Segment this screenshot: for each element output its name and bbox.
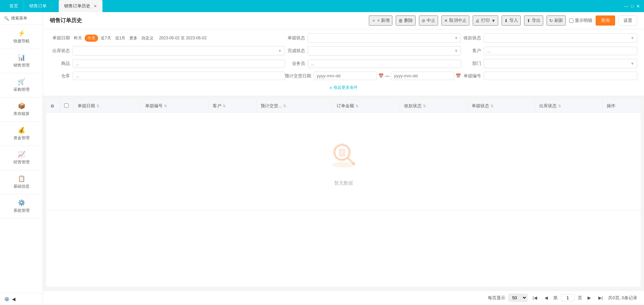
department-select[interactable]: ▼ — [484, 59, 637, 68]
th-doc-date[interactable]: 单据日期 ⇅ — [73, 100, 141, 113]
refresh-btn[interactable]: ↻ 刷新 — [547, 15, 566, 26]
customer-input[interactable] — [484, 47, 637, 55]
warehouse-input[interactable] — [73, 72, 285, 80]
window-actions: — □ ✕ — [624, 4, 640, 9]
sort-doc-status-icon: ⇅ — [490, 104, 493, 108]
delivery-date-end-input[interactable] — [391, 72, 454, 80]
th-settings[interactable]: ⚙ — [46, 100, 60, 113]
filter-row-4: 仓库 预计交货日期 📅 — 📅 单据编号 — [50, 72, 637, 80]
close-btn[interactable]: ✕ — [636, 4, 640, 9]
filter-row-3: 商品 业务员 部门 ▼ — [50, 59, 637, 68]
filter-settings-btn[interactable]: 设置 — [618, 15, 637, 26]
sidebar-item-system-mgmt[interactable]: ⚙️ 系统管理 — [0, 194, 43, 219]
maximize-btn[interactable]: □ — [631, 4, 634, 9]
doc-number-label: 单据编号 — [461, 73, 481, 79]
payment-status-select[interactable]: ▼ — [484, 33, 637, 43]
doc-status-select[interactable]: ▼ — [308, 33, 461, 43]
sort-doc-number-icon: ⇅ — [164, 104, 167, 108]
new-btn[interactable]: ＋ + 新增 — [369, 15, 392, 26]
product-input[interactable] — [73, 60, 285, 68]
empty-state-cell: 暂无数据 — [46, 113, 641, 210]
doc-status-label: 单据状态 — [285, 35, 305, 41]
collapse-more-btn[interactable]: ∧ 收起更多条件 — [50, 83, 637, 92]
sidebar-item-purchase-mgmt[interactable]: 🛒 采购管理 — [0, 73, 43, 98]
search-icon: 🔍 — [4, 16, 9, 21]
sidebar-item-basic-info[interactable]: 📋 基础信息 — [0, 170, 43, 194]
last1month-btn[interactable]: 近1月 — [114, 35, 127, 42]
system-mgmt-icon: ⚙️ — [18, 199, 25, 206]
header-actions: ＋ + 新增 🗑 删除 ⊘ 中止 ✕ 取消中止 🖨 打印 — [369, 15, 637, 26]
th-delivery-date[interactable]: 预计交货... ⇅ — [257, 100, 332, 113]
per-page-select[interactable]: 50 10 20 100 — [509, 294, 527, 302]
sidebar-footer: ⚙️ ◀ — [0, 293, 43, 305]
next-page-btn[interactable]: ▶ — [586, 295, 593, 301]
completion-status-select[interactable]: ▼ — [308, 46, 461, 55]
import-btn[interactable]: ⬇ 导入 — [502, 15, 521, 26]
tab-sales-order[interactable]: 销售订单 ✕ — [24, 0, 59, 12]
doc-number-input[interactable] — [484, 72, 637, 80]
filter-area: 单据日期 昨天 今天 近7天 近1月 更多 自定义 2023-06-02 至 2… — [43, 29, 644, 96]
tab-sales-order-close[interactable]: ✕ — [50, 4, 53, 8]
stop-btn[interactable]: ⊘ 中止 — [419, 15, 438, 26]
sort-delivery-date-icon: ⇅ — [283, 104, 286, 108]
svg-point-5 — [352, 162, 355, 165]
th-outbound-status[interactable]: 出库状态 ⇅ — [535, 100, 603, 113]
date-label: 单据日期 — [50, 35, 70, 41]
custom-date-btn[interactable]: 自定义 — [140, 35, 155, 42]
sidebar-item-sales-mgmt[interactable]: 📊 销售管理 — [0, 49, 43, 73]
sidebar-collapse-icon[interactable]: ◀ — [12, 297, 15, 302]
delivery-date-start-input[interactable] — [314, 72, 377, 80]
more-date-btn[interactable]: 更多 — [128, 35, 139, 42]
calendar-end-icon[interactable]: 📅 — [456, 73, 461, 78]
yesterday-btn[interactable]: 昨天 — [73, 35, 83, 42]
print-btn[interactable]: 🖨 打印 ▼ — [473, 15, 498, 26]
prev-page-btn[interactable]: ◀ — [543, 295, 550, 301]
sidebar-settings-icon[interactable]: ⚙️ — [4, 297, 9, 302]
minimize-btn[interactable]: — — [624, 4, 628, 9]
sidebar-search[interactable]: 🔍 搜索菜单 — [0, 12, 43, 25]
last7-btn[interactable]: 近7天 — [99, 35, 113, 42]
sort-order-amount-icon: ⇅ — [355, 104, 358, 108]
outbound-status-select[interactable]: ▼ — [73, 46, 285, 55]
th-checkbox[interactable] — [60, 100, 73, 113]
tab-sales-order-history-close[interactable]: ✕ — [94, 4, 97, 8]
page-header: 销售订单历史 ＋ + 新增 🗑 删除 ⊘ 中止 ✕ 取消中止 — [43, 12, 644, 29]
th-customer[interactable]: 客户 ⇅ — [208, 100, 256, 113]
show-detail-checkbox-label[interactable]: 显示明细 — [569, 17, 592, 24]
new-icon: ＋ — [372, 17, 376, 24]
th-doc-status[interactable]: 单据状态 ⇅ — [468, 100, 535, 113]
date-range-display: 2023-06-02 至 2023-06-02 — [159, 35, 206, 41]
calendar-start-icon[interactable]: 📅 — [378, 73, 384, 78]
customer-label: 客户 — [461, 48, 481, 54]
sidebar-item-finance[interactable]: 💰 资金管理 — [0, 122, 43, 146]
sidebar-item-operations[interactable]: 📈 经营管理 — [0, 146, 43, 170]
export-btn[interactable]: ⬆ 导出 — [524, 15, 543, 26]
page-label-end: 页 — [578, 295, 582, 301]
sidebar: 🔍 搜索菜单 ⚡ 快捷导航 📊 销售管理 🛒 采购管理 📦 库存核算 💰 资金管… — [0, 12, 43, 305]
th-payment-status[interactable]: 收款状态 ⇅ — [400, 100, 467, 113]
page-label: 第 — [553, 295, 558, 301]
query-btn[interactable]: 查询 — [596, 15, 615, 26]
last-page-btn[interactable]: ▶| — [596, 295, 605, 301]
empty-state: 暂无数据 — [50, 116, 637, 206]
product-label: 商品 — [50, 61, 70, 67]
inventory-icon: 📦 — [18, 102, 25, 110]
th-order-amount[interactable]: 订单金额 ⇅ — [332, 100, 400, 113]
per-page-label: 每页显示 — [488, 295, 505, 301]
cancel-stop-btn[interactable]: ✕ 取消中止 — [441, 15, 469, 26]
select-all-checkbox[interactable] — [64, 103, 69, 108]
first-page-btn[interactable]: |◀ — [531, 295, 539, 301]
filter-doc-status-field: 单据状态 ▼ — [285, 33, 461, 43]
completion-status-label: 完成状态 — [285, 48, 305, 54]
th-doc-number[interactable]: 单据编号 ⇅ — [141, 100, 208, 113]
today-btn[interactable]: 今天 — [85, 35, 98, 42]
page-input[interactable] — [561, 294, 574, 301]
tab-home[interactable]: 首页 — [4, 0, 24, 12]
sidebar-item-quick-nav[interactable]: ⚡ 快捷导航 — [0, 25, 43, 49]
salesperson-input[interactable] — [308, 60, 461, 68]
sidebar-item-inventory[interactable]: 📦 库存核算 — [0, 98, 43, 122]
show-detail-checkbox[interactable] — [569, 18, 573, 23]
table-settings-icon[interactable]: ⚙ — [50, 104, 54, 109]
delete-btn[interactable]: 🗑 删除 — [396, 15, 416, 26]
tab-sales-order-history[interactable]: 销售订单历史 ✕ — [59, 0, 102, 12]
